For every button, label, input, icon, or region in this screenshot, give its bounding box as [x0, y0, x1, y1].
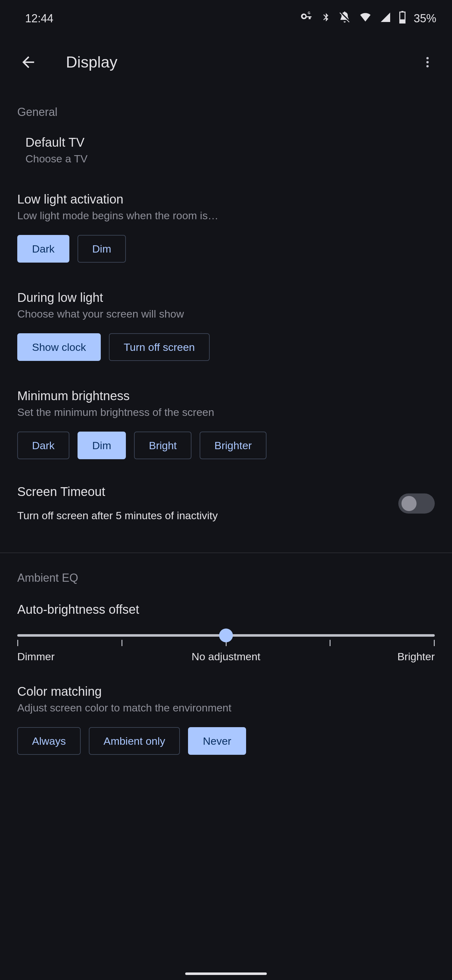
slider-label-max: Brighter — [397, 651, 435, 663]
setting-title: Auto-brightness offset — [17, 601, 435, 618]
dnd-off-icon — [338, 11, 351, 26]
back-button[interactable] — [13, 46, 44, 78]
svg-text:G: G — [308, 12, 310, 15]
slider-label-mid: No adjustment — [192, 651, 260, 663]
setting-subtitle: Choose what your screen will show — [17, 306, 435, 322]
svg-rect-5 — [400, 19, 405, 23]
vpn-key-icon: G — [300, 12, 313, 26]
chip-min-dark[interactable]: Dark — [17, 431, 69, 459]
setting-title: Screen Timeout — [17, 483, 386, 500]
chip-turn-off-screen[interactable]: Turn off screen — [109, 333, 210, 361]
chip-color-ambient-only[interactable]: Ambient only — [89, 727, 180, 755]
setting-low-light-activation: Low light activation Low light mode begi… — [17, 170, 435, 262]
setting-title: Low light activation — [17, 191, 435, 208]
minimum-brightness-options: Dark Dim Bright Brighter — [17, 431, 435, 459]
chip-low-light-dim[interactable]: Dim — [78, 235, 126, 262]
setting-default-tv[interactable]: Default TV Choose a TV — [17, 123, 435, 170]
cellular-icon — [380, 12, 391, 26]
setting-subtitle: Turn off screen after 5 minutes of inact… — [17, 508, 386, 523]
setting-subtitle: Adjust screen color to match the environ… — [17, 700, 435, 716]
svg-point-7 — [426, 61, 428, 63]
battery-icon — [399, 11, 406, 26]
setting-color-matching: Color matching Adjust screen color to ma… — [17, 663, 435, 755]
color-matching-options: Always Ambient only Never — [17, 727, 435, 755]
chip-low-light-dark[interactable]: Dark — [17, 235, 69, 262]
wifi-icon — [358, 12, 372, 26]
status-bar: 12:44 G 35% — [0, 0, 452, 37]
svg-point-8 — [426, 65, 428, 67]
page-title: Display — [66, 53, 117, 71]
slider-label-min: Dimmer — [17, 651, 55, 663]
status-time: 12:44 — [25, 12, 53, 25]
chip-min-brighter[interactable]: Brighter — [200, 431, 266, 459]
app-bar: Display — [0, 37, 452, 88]
setting-during-low-light: During low light Choose what your screen… — [17, 269, 435, 361]
setting-auto-brightness-offset: Auto-brightness offset Dimmer No adjustm… — [17, 588, 435, 663]
during-low-light-options: Show clock Turn off screen — [17, 333, 435, 361]
settings-content[interactable]: General Default TV Choose a TV Low light… — [0, 88, 452, 980]
gesture-nav-bar[interactable] — [185, 972, 267, 975]
chip-color-always[interactable]: Always — [17, 727, 81, 755]
chip-show-clock[interactable]: Show clock — [17, 333, 101, 361]
slider-thumb[interactable] — [219, 628, 233, 642]
setting-title: During low light — [17, 289, 435, 306]
section-header-ambient-eq: Ambient EQ — [17, 553, 435, 588]
setting-title: Minimum brightness — [17, 387, 435, 404]
setting-title: Default TV — [25, 134, 435, 151]
bluetooth-icon — [321, 11, 331, 26]
overflow-menu-button[interactable] — [412, 46, 443, 78]
svg-point-6 — [426, 57, 428, 59]
low-light-activation-options: Dark Dim — [17, 235, 435, 262]
setting-title: Color matching — [17, 683, 435, 700]
setting-subtitle: Low light mode begins when the room is… — [17, 208, 435, 224]
chip-min-dim[interactable]: Dim — [78, 431, 126, 459]
setting-subtitle: Set the minimum brightness of the screen — [17, 404, 435, 420]
auto-brightness-slider[interactable] — [17, 634, 435, 637]
chip-min-bright[interactable]: Bright — [134, 431, 192, 459]
section-header-general: General — [17, 88, 435, 123]
setting-subtitle: Choose a TV — [25, 151, 435, 167]
screen-timeout-switch[interactable] — [398, 493, 435, 514]
setting-screen-timeout[interactable]: Screen Timeout Turn off screen after 5 m… — [17, 466, 435, 540]
battery-percent: 35% — [414, 12, 436, 25]
chip-color-never[interactable]: Never — [188, 727, 246, 755]
slider-labels: Dimmer No adjustment Brighter — [17, 651, 435, 663]
setting-minimum-brightness: Minimum brightness Set the minimum brigh… — [17, 367, 435, 459]
status-icons: G 35% — [300, 11, 436, 26]
